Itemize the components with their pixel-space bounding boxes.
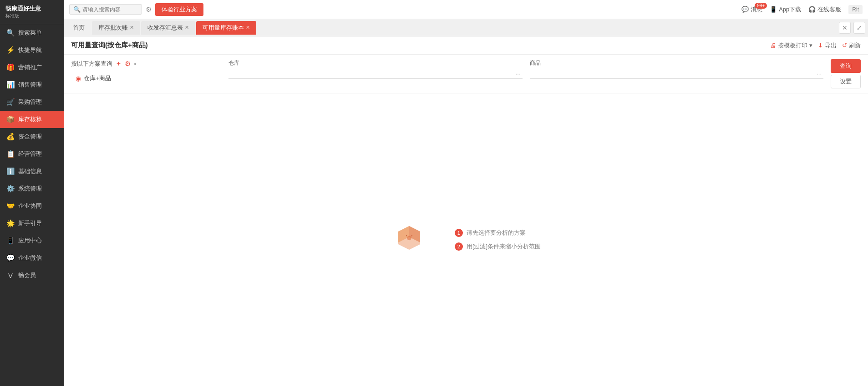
page-header-actions: 🖨 按模板打印 ▾ ⬇ 导出 ↺ 刷新 [770, 41, 861, 50]
vip-member-label: 畅会员 [18, 271, 36, 279]
inventory-check-label: 库存核算 [18, 115, 42, 124]
sidebar-item-vip-member[interactable]: V畅会员 [0, 267, 64, 284]
topbar-search-box[interactable]: 🔍 [69, 4, 142, 15]
sidebar: 畅康通好生意 标准版 🔍搜索菜单⚡快捷导航🎁营销推广📊销售管理🛒采购管理📦库存核… [0, 0, 64, 386]
step1-text: 请先选择要分析的方案 [467, 229, 526, 237]
schema-icon: ◉ [76, 75, 81, 82]
tab-inventory-batch[interactable]: 库存批次账 ✕ [92, 21, 140, 35]
schema-warehouse-product[interactable]: ◉ 仓库+商品 [71, 72, 215, 85]
collapse-button[interactable]: « [133, 60, 137, 67]
user-avatar[interactable]: Rit [848, 5, 863, 14]
export-button[interactable]: ⬇ 导出 [818, 41, 837, 50]
messages-button[interactable]: 💬 消息 99+ [741, 5, 762, 14]
print-chevron-icon[interactable]: ▾ [809, 42, 812, 49]
sys-mgmt-icon: ⚙️ [6, 185, 15, 193]
sidebar-item-basic-info[interactable]: ℹ️基础信息 [0, 163, 64, 180]
finance-mgmt-label: 资金管理 [18, 133, 42, 141]
basic-info-label: 基础信息 [18, 167, 42, 175]
warehouse-input-row: ··· [228, 69, 523, 79]
trial-button[interactable]: 体验行业方案 [155, 3, 203, 16]
page-header: 可用量查询(按仓库+商品) 🖨 按模板打印 ▾ ⬇ 导出 ↺ 刷新 [64, 36, 868, 55]
app-download-button[interactable]: 📱 App下载 [770, 5, 801, 14]
tab-close-button[interactable]: ✕ [839, 22, 851, 34]
product-input-row: ··· [530, 69, 824, 79]
warehouse-more-button[interactable]: ··· [516, 70, 521, 77]
tab-available-ledger[interactable]: 可用量库存账本 ✕ [196, 21, 256, 35]
enterprise-coop-icon: 🤝 [6, 202, 15, 210]
svg-point-3 [407, 236, 411, 241]
refresh-button[interactable]: ↺ 刷新 [842, 41, 861, 50]
tab-maximize-button[interactable]: ⤢ [853, 22, 865, 34]
print-template-button[interactable]: 🖨 按模板打印 ▾ [770, 41, 812, 50]
sidebar-item-search[interactable]: 🔍搜索菜单 [0, 24, 64, 41]
enterprise-wechat-label: 企业微信 [18, 254, 42, 262]
product-label: 商品 [530, 59, 824, 67]
schema-label: 仓库+商品 [84, 74, 111, 82]
warehouse-filter-field: 仓库 ··· [228, 59, 523, 79]
warehouse-label: 仓库 [228, 59, 523, 67]
marketing-promo-label: 营销推广 [18, 63, 42, 72]
tab-receipt-summary[interactable]: 收发存汇总表 ✕ [141, 21, 195, 35]
empty-state: 1 请先选择要分析的方案 2 用[过滤]条件来缩小分析范围 [64, 93, 868, 386]
tab-inventory-batch-label: 库存批次账 [98, 24, 128, 32]
step2-text: 用[过滤]条件来缩小分析范围 [467, 242, 541, 251]
quicknav-label: 快捷导航 [18, 46, 42, 54]
tabs-right-actions: ✕ ⤢ [839, 22, 865, 34]
sidebar-item-inventory-check[interactable]: 📦库存核算 [0, 111, 64, 128]
app-center-icon: 📱 [6, 237, 15, 245]
logo-subtitle: 标准版 [5, 13, 58, 19]
sidebar-item-new-guide[interactable]: 🌟新手引导 [0, 215, 64, 232]
add-schema-button[interactable]: ＋ [115, 59, 122, 68]
export-label: 导出 [825, 41, 837, 50]
tab-receipt-summary-label: 收发存汇总表 [147, 24, 183, 32]
sidebar-item-quicknav[interactable]: ⚡快捷导航 [0, 41, 64, 59]
search-icon: 🔍 [73, 6, 81, 13]
sidebar-item-ops-mgmt[interactable]: 📋经营管理 [0, 145, 64, 163]
online-service-button[interactable]: 🎧 在线客服 [808, 5, 841, 14]
empty-text-area: 1 请先选择要分析的方案 2 用[过滤]条件来缩小分析范围 [455, 229, 541, 251]
filter-settings-button[interactable]: 设置 [831, 75, 861, 88]
tab-inventory-batch-close[interactable]: ✕ [130, 25, 134, 31]
page-content: 可用量查询(按仓库+商品) 🖨 按模板打印 ▾ ⬇ 导出 ↺ 刷新 [64, 36, 868, 386]
query-button[interactable]: 查询 [831, 59, 861, 73]
tab-home[interactable]: 首页 [66, 21, 91, 35]
manage-schema-button[interactable]: ⚙ [125, 60, 131, 68]
inventory-check-icon: 📦 [6, 115, 15, 124]
step2-num: 2 [455, 242, 463, 251]
product-input[interactable] [532, 70, 815, 77]
product-more-button[interactable]: ··· [817, 70, 822, 77]
empty-box-svg [391, 217, 427, 253]
refresh-label: 刷新 [849, 41, 861, 50]
warehouse-input[interactable] [230, 70, 514, 77]
tab-bar: 首页 库存批次账 ✕ 收发存汇总表 ✕ 可用量库存账本 ✕ ✕ ⤢ [64, 19, 868, 36]
settings-icon[interactable]: ⚙ [146, 5, 152, 14]
purchase-mgmt-icon: 🛒 [6, 98, 15, 106]
search-input[interactable] [82, 6, 137, 13]
sidebar-item-purchase-mgmt[interactable]: 🛒采购管理 [0, 93, 64, 111]
tab-receipt-summary-close[interactable]: ✕ [185, 25, 189, 31]
sidebar-item-enterprise-coop[interactable]: 🤝企业协同 [0, 197, 64, 215]
filter-left-header: 按以下方案查询 ＋ ⚙ « [71, 59, 215, 68]
filter-left-panel: 按以下方案查询 ＋ ⚙ « ◉ 仓库+商品 [71, 59, 221, 88]
sidebar-item-finance-mgmt[interactable]: 💰资金管理 [0, 128, 64, 145]
quicknav-icon: ⚡ [6, 46, 15, 54]
ops-mgmt-label: 经营管理 [18, 150, 42, 158]
topbar: 🔍 ⚙ 体验行业方案 💬 消息 99+ 📱 App下载 🎧 在线客服 Rit [64, 0, 868, 19]
sidebar-item-marketing-promo[interactable]: 🎁营销推广 [0, 59, 64, 76]
search-label: 搜索菜单 [18, 29, 42, 37]
sidebar-logo: 畅康通好生意 标准版 [0, 0, 64, 24]
print-template-label: 按模板打印 [778, 41, 807, 50]
filter-actions: 查询 设置 [831, 59, 861, 88]
tab-available-ledger-close[interactable]: ✕ [246, 25, 250, 31]
sidebar-item-enterprise-wechat[interactable]: 💬企业微信 [0, 249, 64, 267]
sidebar-item-app-center[interactable]: 📱应用中心 [0, 232, 64, 249]
sidebar-item-sales-mgmt[interactable]: 📊销售管理 [0, 76, 64, 93]
main-area: 🔍 ⚙ 体验行业方案 💬 消息 99+ 📱 App下载 🎧 在线客服 Rit 首… [64, 0, 868, 386]
enterprise-coop-label: 企业协同 [18, 202, 42, 210]
sidebar-item-sys-mgmt[interactable]: ⚙️系统管理 [0, 180, 64, 197]
export-icon: ⬇ [818, 42, 823, 49]
marketing-promo-icon: 🎁 [6, 63, 15, 72]
filter-section-label: 按以下方案查询 [71, 60, 112, 68]
filter-right-panel: 仓库 ··· 商品 ··· 查询 设置 [221, 59, 861, 88]
refresh-icon: ↺ [842, 42, 847, 49]
